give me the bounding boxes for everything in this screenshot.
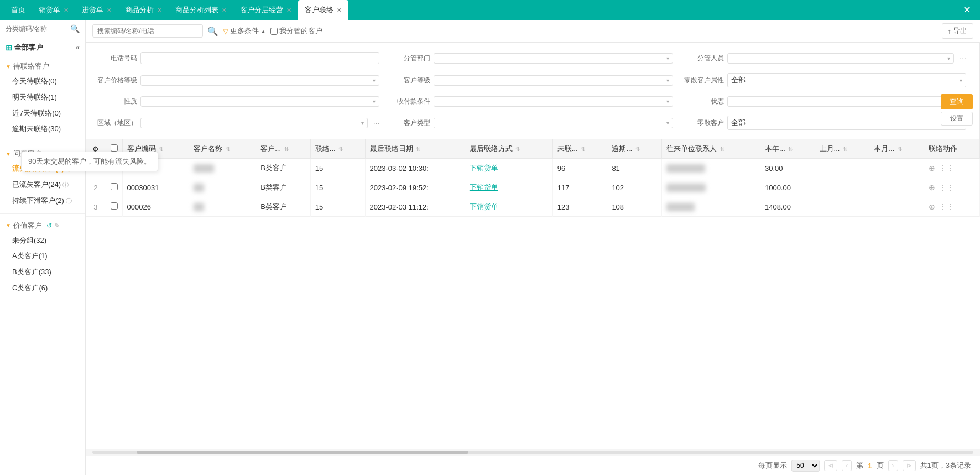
close-product-analysis-icon[interactable]: ✕ bbox=[157, 7, 162, 14]
nav-home[interactable]: 首页 bbox=[4, 0, 32, 20]
edit-icon[interactable]: ✎ bbox=[54, 222, 60, 229]
sidebar-item-c-class[interactable]: C类客户(6) bbox=[0, 280, 85, 296]
close-product-list-icon[interactable]: ✕ bbox=[222, 7, 227, 14]
search-input[interactable] bbox=[92, 24, 203, 38]
sidebar-item-today[interactable]: 今天待联络(0) bbox=[0, 74, 85, 90]
row-way-2[interactable]: 下销货单 bbox=[465, 178, 552, 197]
nav-product-analysis[interactable]: 商品分析 ✕ bbox=[118, 0, 169, 20]
region-select[interactable]: ▾ bbox=[140, 118, 368, 128]
chevron-down-icon-3: ▾ bbox=[373, 77, 376, 83]
sidebar-search-area: 🔍 bbox=[0, 20, 85, 38]
close-sales-icon[interactable]: ✕ bbox=[64, 7, 69, 14]
sidebar-item-a-class[interactable]: A类客户(1) bbox=[0, 248, 85, 264]
scrollbar-thumb[interactable] bbox=[137, 451, 468, 454]
th-contacts-person[interactable]: 往来单位联系人 ⇅ bbox=[662, 139, 760, 159]
search-button[interactable]: 🔍 bbox=[207, 26, 218, 36]
retail-attr-select[interactable]: 全部 ▾ bbox=[727, 73, 966, 87]
th-customer-type[interactable]: 客户... ⇅ bbox=[256, 139, 311, 159]
person-select[interactable]: ▾ bbox=[727, 53, 955, 64]
close-segmentation-icon[interactable]: ✕ bbox=[286, 7, 291, 14]
sidebar-item-b-class[interactable]: B类客户(33) bbox=[0, 264, 85, 280]
query-button[interactable]: 查询 bbox=[941, 94, 973, 109]
close-purchase-icon[interactable]: ✕ bbox=[107, 7, 112, 14]
person-label: 分管人员 bbox=[680, 54, 724, 63]
th-last-date[interactable]: 最后联络日期 ⇅ bbox=[365, 139, 465, 159]
nav-sales[interactable]: 销货单 ✕ bbox=[32, 0, 75, 20]
sidebar-item-ungrouped[interactable]: 未分组(32) bbox=[0, 233, 85, 249]
th-this-year[interactable]: 本年... ⇅ bbox=[760, 139, 815, 159]
payment-select[interactable]: ▾ bbox=[434, 96, 673, 107]
th-unlink[interactable]: 未联... ⇅ bbox=[552, 139, 607, 159]
sidebar-item-declining[interactable]: 持续下滑客户(2) ⓘ bbox=[0, 193, 85, 209]
th-name[interactable]: 客户名称 ⇅ bbox=[189, 139, 256, 159]
nav-purchase[interactable]: 进货单 ✕ bbox=[75, 0, 118, 20]
collapse-icon[interactable]: « bbox=[76, 44, 80, 51]
sidebar-item-lost-customers[interactable]: 已流失客户(24) ⓘ bbox=[0, 177, 85, 193]
sidebar-item-7days[interactable]: 近7天待联络(0) bbox=[0, 106, 85, 122]
select-all-checkbox[interactable] bbox=[111, 144, 118, 152]
phone-label: 电话号码 bbox=[93, 54, 137, 63]
all-customers-header[interactable]: ⊞ 全部客户 « bbox=[0, 38, 85, 57]
row-num-2: 2 bbox=[86, 178, 106, 197]
customer-grade-select[interactable]: ▾ bbox=[434, 75, 673, 86]
sort-icon-code: ⇅ bbox=[159, 146, 163, 152]
pending-contact-title[interactable]: ▼ 待联络客户 bbox=[0, 59, 85, 74]
sidebar-item-overdue[interactable]: 逾期未联络(30) bbox=[0, 121, 85, 137]
customer-type-select[interactable]: ▾ bbox=[434, 118, 673, 128]
nature-select[interactable]: ▾ bbox=[140, 96, 379, 107]
value-customers-title[interactable]: ▼ 价值客户 ↺ ✎ bbox=[0, 218, 85, 233]
row-month-2 bbox=[869, 178, 924, 197]
last-page-button[interactable]: ⊳ bbox=[903, 460, 916, 471]
more-action-icon-3[interactable]: ⋮⋮ bbox=[939, 202, 954, 211]
row-check-2[interactable] bbox=[111, 183, 118, 190]
th-last-month[interactable]: 上月... ⇅ bbox=[815, 139, 869, 159]
person-dots[interactable]: ··· bbox=[960, 54, 966, 62]
row-checkbox-2[interactable] bbox=[106, 178, 122, 197]
sort-icon-lmonth: ⇅ bbox=[843, 146, 847, 152]
retail-select[interactable]: 全部 ▾ bbox=[727, 116, 966, 130]
sidebar-item-tomorrow[interactable]: 明天待联络(1) bbox=[0, 90, 85, 106]
export-button[interactable]: ↑ 导出 bbox=[942, 23, 974, 39]
per-page-select[interactable]: 50 100 200 bbox=[791, 460, 820, 472]
row-unlink-2: 117 bbox=[552, 178, 607, 197]
nav-customer-contact[interactable]: 客户联络 ✕ bbox=[298, 0, 348, 20]
row-check-3[interactable] bbox=[111, 202, 118, 210]
link-action-icon[interactable]: ⊕ bbox=[929, 164, 935, 173]
price-grade-select[interactable]: ▾ bbox=[140, 75, 379, 86]
more-action-icon[interactable]: ⋮⋮ bbox=[939, 164, 954, 173]
more-filters-button[interactable]: ▽ 更多条件 ▲ bbox=[223, 26, 266, 36]
refresh-icon[interactable]: ↺ bbox=[46, 222, 52, 229]
dept-select[interactable]: ▾ bbox=[434, 53, 673, 64]
th-this-month[interactable]: 本月... ⇅ bbox=[869, 139, 924, 159]
status-select[interactable]: ▾ bbox=[727, 96, 966, 107]
my-customers-checkbox[interactable] bbox=[270, 28, 278, 35]
scrollbar-track[interactable] bbox=[92, 451, 973, 454]
first-page-button[interactable]: ⊲ bbox=[824, 460, 837, 471]
table-row: 1 000011 ████ B类客户 15 2023-03-02 10:30: … bbox=[86, 159, 980, 178]
nav-customer-segmentation[interactable]: 客户分层经营 ✕ bbox=[233, 0, 298, 20]
nav-product-list[interactable]: 商品分析列表 ✕ bbox=[169, 0, 233, 20]
th-overdue[interactable]: 逾期... ⇅ bbox=[607, 139, 662, 159]
chevron-down-icon-7: ▾ bbox=[666, 98, 669, 105]
row-way-1[interactable]: 下销货单 bbox=[465, 159, 552, 178]
row-way-3[interactable]: 下销货单 bbox=[465, 197, 552, 217]
more-action-icon-2[interactable]: ⋮⋮ bbox=[939, 183, 954, 192]
link-action-icon-3[interactable]: ⊕ bbox=[929, 202, 935, 211]
window-close-button[interactable]: ✕ bbox=[958, 4, 976, 16]
close-contact-icon[interactable]: ✕ bbox=[337, 7, 342, 14]
settings-button[interactable]: 设置 bbox=[941, 112, 973, 126]
row-checkbox-3[interactable] bbox=[106, 197, 122, 217]
phone-input[interactable] bbox=[140, 52, 379, 64]
next-page-button[interactable]: › bbox=[888, 460, 898, 471]
sidebar-search-input[interactable] bbox=[6, 25, 68, 33]
filter-icon: ▽ bbox=[223, 27, 228, 35]
my-customers-checkbox-label[interactable]: 我分管的客户 bbox=[270, 26, 322, 36]
th-last-way[interactable]: 最后联络方式 ⇅ bbox=[465, 139, 552, 159]
sort-icon-unlink: ⇅ bbox=[581, 146, 585, 152]
sort-icon-contact: ⇅ bbox=[338, 146, 343, 152]
horizontal-scrollbar[interactable] bbox=[86, 449, 980, 456]
region-dots[interactable]: ··· bbox=[373, 118, 380, 127]
link-action-icon-2[interactable]: ⊕ bbox=[929, 183, 935, 192]
prev-page-button[interactable]: ‹ bbox=[842, 460, 852, 471]
th-contact[interactable]: 联络... ⇅ bbox=[310, 139, 365, 159]
